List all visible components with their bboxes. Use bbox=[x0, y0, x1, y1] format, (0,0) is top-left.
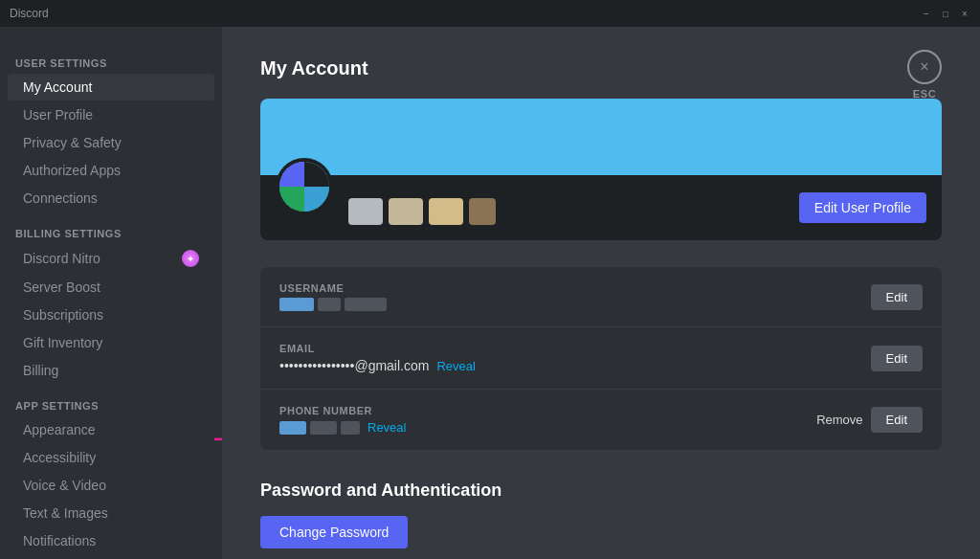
email-label: EMAIL bbox=[279, 343, 871, 354]
sidebar: USER SETTINGS My Account User Profile Pr… bbox=[0, 27, 222, 559]
sidebar-label-user-profile: User Profile bbox=[23, 107, 93, 123]
sidebar-item-user-profile[interactable]: User Profile bbox=[8, 101, 214, 128]
phone-blocks bbox=[279, 421, 360, 435]
main-content: × ESC My Account bbox=[222, 27, 980, 559]
phone-info: PHONE NUMBER Reveal bbox=[279, 405, 816, 435]
sidebar-label-appearance: Appearance bbox=[23, 422, 96, 437]
esc-label: ESC bbox=[913, 88, 936, 100]
edit-profile-button[interactable]: Edit User Profile bbox=[799, 192, 926, 223]
sidebar-label-authorized-apps: Authorized Apps bbox=[23, 163, 121, 178]
account-fields: USERNAME Edit EMAIL bbox=[260, 267, 942, 450]
sidebar-label-text-images: Text & Images bbox=[23, 505, 108, 521]
email-field: EMAIL ••••••••••••••••@gmail.com Reveal … bbox=[260, 327, 942, 390]
sidebar-item-gift-inventory[interactable]: Gift Inventory bbox=[8, 329, 214, 356]
sidebar-label-my-account: My Account bbox=[23, 79, 92, 95]
phone-actions: Remove Edit bbox=[816, 407, 923, 433]
esc-x-icon: × bbox=[920, 58, 928, 76]
sidebar-item-discord-nitro[interactable]: Discord Nitro ✦ bbox=[8, 244, 214, 273]
swatch-gray[interactable] bbox=[348, 198, 383, 225]
nitro-badge-icon: ✦ bbox=[182, 250, 199, 267]
username-actions: Edit bbox=[871, 284, 923, 310]
avatar-quadrant-1 bbox=[279, 162, 304, 187]
billing-settings-header: BILLING SETTINGS bbox=[0, 212, 222, 243]
close-button[interactable]: × bbox=[959, 8, 970, 19]
avatar-quadrant-3 bbox=[279, 187, 304, 212]
sidebar-item-accessibility[interactable]: Accessibility bbox=[8, 444, 214, 471]
sidebar-label-connections: Connections bbox=[23, 190, 98, 206]
sidebar-item-connections[interactable]: Connections bbox=[8, 185, 214, 212]
avatar-inner bbox=[279, 162, 329, 212]
sidebar-label-discord-nitro: Discord Nitro bbox=[23, 251, 100, 266]
username-field: USERNAME Edit bbox=[260, 267, 942, 327]
phone-value: Reveal bbox=[279, 420, 816, 435]
esc-button[interactable]: × ESC bbox=[907, 50, 942, 100]
sidebar-label-billing: Billing bbox=[23, 363, 58, 378]
color-swatches bbox=[348, 175, 799, 225]
phone-block-3 bbox=[341, 421, 360, 435]
username-info: USERNAME bbox=[279, 282, 871, 311]
phone-label: PHONE NUMBER bbox=[279, 405, 816, 416]
username-value bbox=[279, 298, 871, 311]
email-value: ••••••••••••••••@gmail.com Reveal bbox=[279, 358, 871, 373]
profile-banner bbox=[260, 99, 942, 175]
maximize-button[interactable]: □ bbox=[940, 8, 951, 19]
email-reveal[interactable]: Reveal bbox=[436, 359, 475, 373]
username-block-3 bbox=[345, 298, 387, 311]
swatch-gold[interactable] bbox=[469, 198, 496, 225]
sidebar-item-server-boost[interactable]: Server Boost bbox=[8, 274, 214, 301]
nitro-badge: ✦ bbox=[182, 250, 199, 267]
sidebar-label-accessibility: Accessibility bbox=[23, 450, 96, 465]
swatch-tan2[interactable] bbox=[429, 198, 463, 225]
sidebar-label-server-boost: Server Boost bbox=[23, 280, 100, 295]
swatch-tan[interactable] bbox=[389, 198, 423, 225]
sidebar-label-subscriptions: Subscriptions bbox=[23, 307, 103, 323]
esc-circle: × bbox=[907, 50, 942, 84]
avatar-image bbox=[276, 158, 333, 215]
avatar-quadrant-2 bbox=[304, 162, 329, 187]
phone-field: PHONE NUMBER Reveal Remove Edit bbox=[260, 390, 942, 450]
change-password-button[interactable]: Change Password bbox=[260, 516, 408, 548]
username-block-2 bbox=[318, 298, 341, 311]
phone-block-1 bbox=[279, 421, 306, 435]
sidebar-item-notifications[interactable]: Notifications bbox=[8, 527, 214, 554]
app-body: USER SETTINGS My Account User Profile Pr… bbox=[0, 27, 980, 559]
phone-edit-button[interactable]: Edit bbox=[871, 407, 923, 433]
profile-card: Edit User Profile bbox=[260, 99, 942, 240]
app-title: Discord bbox=[10, 7, 49, 20]
password-section-title: Password and Authentication bbox=[260, 481, 942, 501]
user-settings-header: USER SETTINGS bbox=[0, 42, 222, 73]
sidebar-item-authorized-apps[interactable]: Authorized Apps bbox=[8, 157, 214, 184]
sidebar-label-notifications: Notifications bbox=[23, 533, 96, 548]
sidebar-item-text-images[interactable]: Text & Images bbox=[8, 500, 214, 526]
page-title: My Account bbox=[260, 57, 942, 79]
titlebar: Discord − □ × bbox=[0, 0, 980, 27]
username-block-1 bbox=[279, 298, 314, 311]
app-settings-header: APP SETTINGS bbox=[0, 385, 222, 415]
sidebar-item-keybinds[interactable]: Keybinds bbox=[8, 555, 214, 559]
phone-block-2 bbox=[310, 421, 337, 435]
phone-reveal[interactable]: Reveal bbox=[368, 420, 406, 435]
username-edit-button[interactable]: Edit bbox=[871, 284, 923, 310]
minimize-button[interactable]: − bbox=[921, 8, 932, 19]
profile-info-row: Edit User Profile bbox=[260, 175, 942, 240]
window-controls: − □ × bbox=[921, 8, 970, 19]
sidebar-label-gift-inventory: Gift Inventory bbox=[23, 335, 102, 350]
username-blocks bbox=[279, 298, 871, 311]
email-info: EMAIL ••••••••••••••••@gmail.com Reveal bbox=[279, 343, 871, 373]
sidebar-item-my-account[interactable]: My Account bbox=[8, 74, 214, 101]
sidebar-label-privacy-safety: Privacy & Safety bbox=[23, 135, 122, 150]
sidebar-item-subscriptions[interactable]: Subscriptions bbox=[8, 302, 214, 328]
username-label: USERNAME bbox=[279, 282, 871, 294]
avatar bbox=[276, 158, 333, 215]
sidebar-item-appearance[interactable]: Appearance bbox=[8, 416, 214, 443]
password-section: Password and Authentication Change Passw… bbox=[260, 481, 942, 559]
email-actions: Edit bbox=[871, 346, 923, 371]
sidebar-label-voice-video: Voice & Video bbox=[23, 478, 106, 493]
sidebar-item-billing[interactable]: Billing bbox=[8, 357, 214, 384]
sidebar-item-voice-video[interactable]: Voice & Video bbox=[8, 472, 214, 499]
email-masked: ••••••••••••••••@gmail.com bbox=[279, 358, 429, 373]
avatar-quadrant-4 bbox=[304, 187, 329, 212]
email-edit-button[interactable]: Edit bbox=[871, 346, 923, 371]
sidebar-item-privacy-safety[interactable]: Privacy & Safety bbox=[8, 129, 214, 156]
phone-remove-button[interactable]: Remove bbox=[816, 413, 862, 427]
